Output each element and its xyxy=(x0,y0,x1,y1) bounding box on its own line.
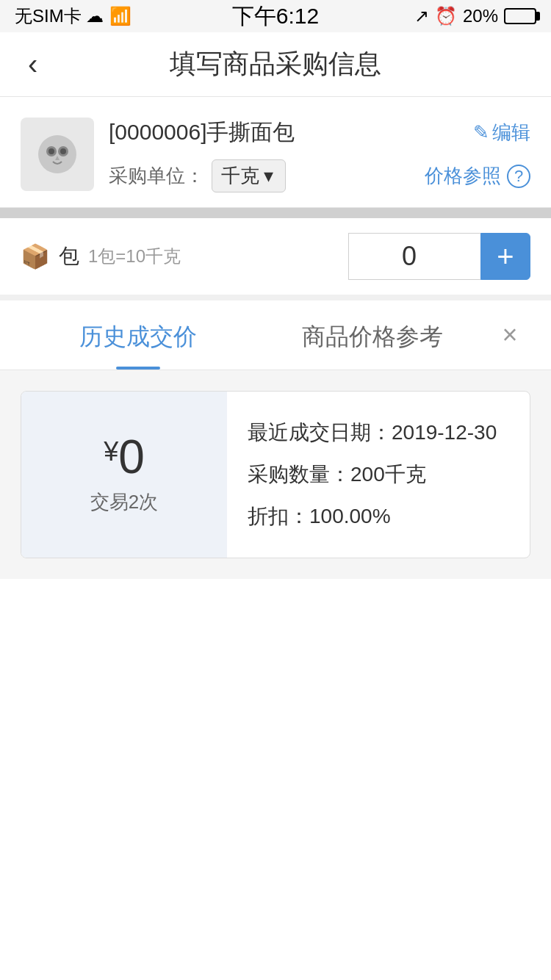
price-ref-label: 价格参照 xyxy=(425,163,501,189)
quantity-plus-button[interactable]: + xyxy=(480,233,530,280)
wifi-icon: 📶 xyxy=(109,6,132,26)
product-section: [0000006]手撕面包 ✎ 编辑 采购单位： 千克 ▾ 价格参照 ? xyxy=(0,97,551,208)
unit-select[interactable]: 千克 ▾ xyxy=(212,159,286,192)
edit-label: 编辑 xyxy=(492,120,530,145)
trade-count: 交易2次 xyxy=(90,489,158,515)
price-display: ¥0 xyxy=(104,433,145,480)
discount-label: 折扣： xyxy=(248,505,309,527)
discount-value: 100.00% xyxy=(309,505,391,527)
card-details-section: 最近成交日期：2019-12-30 采购数量：200千克 折扣：100.00% xyxy=(227,392,530,558)
tab-history-price[interactable]: 历史成交价 xyxy=(21,300,255,370)
product-name: [0000006]手撕面包 xyxy=(109,118,295,148)
page-rest xyxy=(0,579,551,980)
tab-history-label: 历史成交价 xyxy=(79,323,197,350)
discount-row: 折扣：100.00% xyxy=(248,502,509,530)
battery-percent: 20% xyxy=(463,6,498,26)
product-logo-svg xyxy=(35,132,79,176)
tab-price-ref-label: 商品价格参考 xyxy=(302,323,443,350)
tab-row: 历史成交价 商品价格参考 × xyxy=(0,300,551,370)
chevron-down-icon: ▾ xyxy=(264,165,273,187)
quantity-section: 📦 包 1包=10千克 + xyxy=(0,218,551,300)
unit-label-text: 采购单位： xyxy=(109,163,204,189)
history-card: ¥0 交易2次 最近成交日期：2019-12-30 采购数量：200千克 折扣：… xyxy=(21,391,530,558)
battery-icon xyxy=(504,8,536,24)
edit-button[interactable]: ✎ 编辑 xyxy=(473,120,530,145)
price-symbol: ¥ xyxy=(104,436,118,466)
product-info: [0000006]手撕面包 ✎ 编辑 采购单位： 千克 ▾ 价格参照 ? xyxy=(109,118,530,192)
tab-close-button[interactable]: × xyxy=(489,314,530,356)
tab-section: 历史成交价 商品价格参考 × xyxy=(0,300,551,370)
question-icon: ? xyxy=(507,165,530,188)
date-value: 2019-12-30 xyxy=(392,421,497,444)
plus-icon: + xyxy=(497,240,514,273)
product-logo xyxy=(21,118,94,191)
back-button[interactable]: ‹ xyxy=(21,40,45,88)
svg-point-3 xyxy=(48,148,54,154)
status-right: ↗ ⏰ 20% xyxy=(414,6,536,26)
svg-point-0 xyxy=(38,135,76,173)
close-icon: × xyxy=(502,320,517,350)
location-icon: ↗ xyxy=(414,6,429,26)
qty-value: 200千克 xyxy=(350,463,426,486)
quantity-input[interactable] xyxy=(348,233,480,280)
status-time: 下午6:12 xyxy=(232,1,319,32)
product-unit-row: 采购单位： 千克 ▾ 价格参照 ? xyxy=(109,159,530,192)
product-header: [0000006]手撕面包 ✎ 编辑 xyxy=(109,118,530,148)
unit-label: 采购单位： 千克 ▾ xyxy=(109,159,286,192)
carrier-text: 无SIM卡 ☁ xyxy=(15,4,104,28)
qty-label: 采购数量： xyxy=(248,463,350,486)
pkg-icon: 📦 xyxy=(21,242,50,270)
status-bar: 无SIM卡 ☁ 📶 下午6:12 ↗ ⏰ 20% xyxy=(0,0,551,32)
history-content: ¥0 交易2次 最近成交日期：2019-12-30 采购数量：200千克 折扣：… xyxy=(0,370,551,579)
card-price-section: ¥0 交易2次 xyxy=(21,392,227,558)
pkg-ratio: 1包=10千克 xyxy=(88,245,181,268)
price-ref-button[interactable]: 价格参照 ? xyxy=(425,163,530,189)
status-left: 无SIM卡 ☁ 📶 xyxy=(15,4,132,28)
nav-bar: ‹ 填写商品采购信息 xyxy=(0,32,551,97)
alarm-icon: ⏰ xyxy=(435,6,457,26)
svg-point-4 xyxy=(60,148,66,154)
pkg-divider xyxy=(0,208,551,218)
back-icon: ‹ xyxy=(28,48,37,81)
edit-icon: ✎ xyxy=(473,121,489,144)
page-title: 填写商品采购信息 xyxy=(170,46,381,82)
price-value: 0 xyxy=(118,430,145,483)
tab-price-ref[interactable]: 商品价格参考 xyxy=(255,300,489,370)
pkg-label: 📦 包 1包=10千克 xyxy=(21,242,181,270)
quantity-input-group: + xyxy=(348,233,530,280)
date-label: 最近成交日期： xyxy=(248,421,392,444)
qty-row: 采购数量：200千克 xyxy=(248,460,509,489)
pkg-name: 包 xyxy=(59,242,79,270)
date-row: 最近成交日期：2019-12-30 xyxy=(248,418,509,447)
unit-value: 千克 xyxy=(221,163,259,189)
